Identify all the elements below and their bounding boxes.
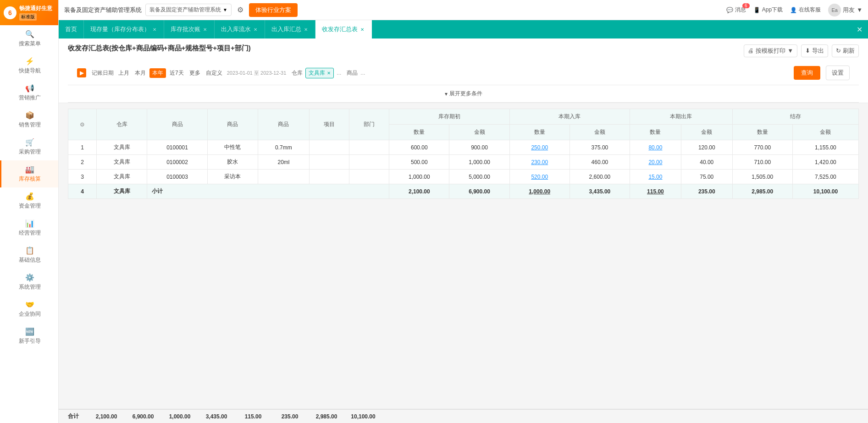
sidebar-item-marketing[interactable]: 📢 营销推广 <box>0 79 58 106</box>
export-button[interactable]: ⬇ 导出 <box>801 44 828 57</box>
system-icon: ⚙️ <box>25 273 34 282</box>
th-bal-qty: 数量 <box>732 125 792 140</box>
th-dept: 部门 <box>349 109 389 140</box>
row-in-qty[interactable]: 520.00 <box>509 170 569 184</box>
sidebar-item-search[interactable]: 🔍 搜索菜单 <box>0 25 58 52</box>
th-bal-amt: 金额 <box>792 125 858 140</box>
tab-batch-label: 库存批次账 <box>171 25 200 33</box>
tab-close-inventory-dist[interactable]: ✕ <box>152 26 157 33</box>
sidebar-item-basic[interactable]: 📋 基础信息 <box>0 242 58 269</box>
close-all-tabs[interactable]: ✕ <box>851 25 868 34</box>
tab-recv-summary[interactable]: 收发存汇总表 ✕ <box>315 20 372 38</box>
print-button[interactable]: 🖨 按模板打印 ▼ <box>744 44 797 57</box>
bottom-total-bar: 合计 2,100.00 6,900.00 1,000.00 3,435.00 1… <box>59 409 868 423</box>
tab-recv-summary-label: 收发存汇总表 <box>322 25 358 33</box>
row-spec <box>258 170 310 184</box>
sidebar-label-inventory: 库存核算 <box>19 175 41 183</box>
filter-collapse-button[interactable]: ▶ <box>77 68 86 77</box>
row-name: 中性笔 <box>207 140 258 155</box>
row-out-qty[interactable]: 15.00 <box>630 170 681 184</box>
row-bal-amt: 1,155.00 <box>792 140 858 155</box>
chevron-print-icon: ▼ <box>787 47 793 54</box>
setting-button[interactable]: 设置 <box>826 66 850 80</box>
tabbar: 首页 现存量（库存分布表） ✕ 库存批次账 ✕ 出入库流水 ✕ 出入库汇总 ✕ … <box>59 20 868 38</box>
row-code: 0100001 <box>147 140 207 155</box>
tab-home[interactable]: 首页 <box>59 20 84 38</box>
goods-more-button[interactable]: ... <box>360 70 365 76</box>
th-project: 项目 <box>309 109 349 140</box>
settings-icon[interactable]: ⚙ <box>235 4 245 16</box>
sidebar-item-guide[interactable]: 🆕 新手引导 <box>0 323 58 350</box>
table-gear-icon[interactable]: ⚙ <box>80 121 85 128</box>
subtotal-out-qty: 115.00 <box>630 184 681 199</box>
phone-icon: 📱 <box>753 7 760 13</box>
sidebar-item-sales[interactable]: 📦 销售管理 <box>0 106 58 133</box>
expand-conditions-button[interactable]: ▾ 展开更多条件 <box>441 88 486 99</box>
tab-batch[interactable]: 库存批次账 ✕ <box>164 20 215 38</box>
th-group-bal: 结存 <box>732 109 858 125</box>
date-btn-this-month[interactable]: 本月 <box>133 68 148 78</box>
sidebar-label-system: 系统管理 <box>19 283 41 291</box>
topbar: 装备及固定资产辅助管理系统 装备及固定资产辅助管理系统 ▼ ⚙ 体验行业方案 💬… <box>59 0 868 20</box>
warehouse-filter-label: 仓库 <box>292 69 303 77</box>
row-in-qty[interactable]: 250.00 <box>509 140 569 155</box>
row-in-amt: 2,600.00 <box>569 170 630 184</box>
quick-icon: ⚡ <box>25 57 34 66</box>
tab-inventory-dist[interactable]: 现存量（库存分布表） ✕ <box>84 20 164 38</box>
sidebar-item-operation[interactable]: 📊 经营管理 <box>0 214 58 242</box>
sidebar-label-basic: 基础信息 <box>19 256 41 264</box>
row-in-amt: 375.00 <box>569 140 630 155</box>
tab-close-summary[interactable]: ✕ <box>303 26 309 33</box>
goods-filter-section: 商品 ... <box>347 69 365 77</box>
sidebar-item-purchase[interactable]: 🛒 采购管理 <box>0 133 58 160</box>
system-select[interactable]: 装备及固定资产辅助管理系统 ▼ <box>145 4 232 16</box>
export-icon: ⬇ <box>805 47 810 54</box>
message-badge: 6 <box>742 3 750 8</box>
sidebar-item-inventory[interactable]: 🏭 库存核算 <box>0 160 58 187</box>
logo-icon: 6 <box>4 6 17 19</box>
row-out-qty[interactable]: 80.00 <box>630 140 681 155</box>
sidebar-item-quick[interactable]: ⚡ 快捷导航 <box>0 52 58 79</box>
row-out-amt: 40.00 <box>681 155 732 170</box>
sidebar-item-collab[interactable]: 🤝 企业协同 <box>0 296 58 323</box>
row-warehouse: 文具库 <box>97 155 147 170</box>
date-btn-more[interactable]: 更多 <box>188 68 202 78</box>
date-btn-this-year[interactable]: 本年 <box>149 68 166 78</box>
th-in-amt: 金额 <box>569 125 630 140</box>
date-btn-7days[interactable]: 近7天 <box>168 68 186 78</box>
row-warehouse: 文具库 <box>97 170 147 184</box>
row-dept <box>349 155 389 170</box>
row-open-amt: 1,000.00 <box>449 155 509 170</box>
sidebar-logo[interactable]: 6 畅捷通好生意 标准版 <box>0 0 58 25</box>
app-download-button[interactable]: 📱 App下载 <box>753 6 783 14</box>
refresh-button[interactable]: ↻ 刷新 <box>832 44 859 57</box>
message-button[interactable]: 💬 消息 6 <box>726 6 746 14</box>
page-title: 收发存汇总表(按仓库+商品编码+商品+规格型号+项目+部门) <box>68 44 251 53</box>
system-name: 装备及固定资产辅助管理系统 <box>64 6 142 14</box>
total-bal-amt: 10,100.00 <box>345 413 381 420</box>
query-button[interactable]: 查询 <box>794 66 820 80</box>
tab-close-flow[interactable]: ✕ <box>253 26 258 33</box>
user-menu[interactable]: Ea 用友 ▼ <box>828 4 862 16</box>
content-area: 收发存汇总表(按仓库+商品编码+商品+规格型号+项目+部门) 🖨 按模板打印 ▼… <box>59 38 868 423</box>
row-out-qty[interactable]: 20.00 <box>630 155 681 170</box>
date-btn-last-month[interactable]: 上月 <box>116 68 131 78</box>
online-service-button[interactable]: 👤 在线客服 <box>790 6 821 14</box>
th-settings[interactable]: ⚙ <box>68 109 97 140</box>
warehouse-tag: 文具库 ✕ <box>305 68 334 78</box>
date-btn-custom[interactable]: 自定义 <box>204 68 224 78</box>
tab-summary[interactable]: 出入库汇总 ✕ <box>265 20 315 38</box>
tab-close-recv-summary[interactable]: ✕ <box>359 26 365 33</box>
tab-inventory-dist-label: 现存量（库存分布表） <box>90 25 150 33</box>
sidebar-item-finance[interactable]: 💰 资金管理 <box>0 187 58 214</box>
row-project <box>309 140 349 155</box>
sidebar: 6 畅捷通好生意 标准版 🔍 搜索菜单 ⚡ 快捷导航 📢 营销推广 📦 销售管理… <box>0 0 59 423</box>
row-in-qty[interactable]: 230.00 <box>509 155 569 170</box>
trial-button[interactable]: 体验行业方案 <box>249 3 298 17</box>
tab-close-batch[interactable]: ✕ <box>202 26 208 33</box>
tab-flow[interactable]: 出入库流水 ✕ <box>215 20 265 38</box>
subtotal-no: 4 <box>68 184 97 199</box>
warehouse-tag-close[interactable]: ✕ <box>327 71 331 76</box>
warehouse-more-button[interactable]: ... <box>337 70 341 76</box>
sidebar-item-system[interactable]: ⚙️ 系统管理 <box>0 269 58 296</box>
